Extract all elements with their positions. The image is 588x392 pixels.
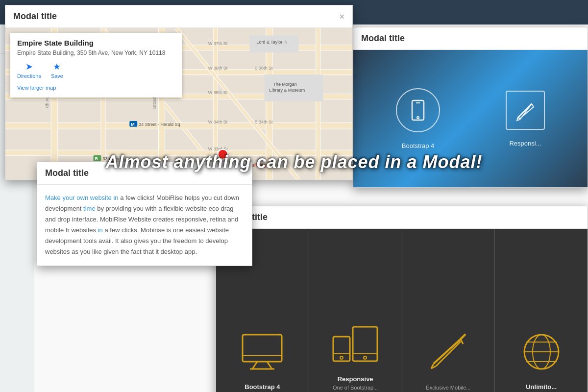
svg-text:M: M: [131, 122, 134, 127]
svg-text:The Morgan: The Morgan: [273, 82, 296, 87]
phone-svg: [406, 98, 430, 122]
svg-text:B: B: [95, 156, 98, 161]
pencil-svg: [513, 98, 538, 122]
svg-rect-63: [333, 337, 350, 361]
modal-icons: Modal title Bootstrap 4: [216, 206, 588, 392]
icon-card-globe: Unlimito...: [495, 229, 588, 392]
modal-text-content: Make your own website in a few clicks! M…: [45, 193, 244, 258]
modal-icons-body: Bootstrap 4 Responsive: [216, 229, 588, 392]
svg-line-69: [461, 339, 463, 344]
map-actions: ➤ Directions ★ Save: [17, 61, 175, 79]
svg-line-56: [252, 362, 257, 369]
map-view-larger-link[interactable]: View larger map: [17, 85, 56, 91]
modal-image-label-2: Responsi...: [509, 140, 541, 147]
modal-image-title: Modal title: [361, 33, 405, 44]
map-directions-link[interactable]: ➤ Directions: [17, 61, 41, 79]
icon-card-pencil: Exclusive Mobile...: [402, 229, 495, 392]
icons-grid: Bootstrap 4 Responsive: [216, 229, 588, 392]
text-highlight-3: time: [83, 205, 96, 212]
svg-text:E 36th St: E 36th St: [255, 66, 273, 71]
pencil-square-icon: [506, 91, 545, 130]
directions-icon: ➤: [25, 61, 33, 72]
svg-text:W 36th St: W 36th St: [208, 66, 228, 71]
text-highlight-2: in: [113, 194, 118, 201]
monitor-icon: [240, 332, 284, 373]
devices-icon: [331, 324, 380, 366]
phone-circle-icon: [396, 88, 440, 132]
svg-text:W 37th St: W 37th St: [208, 41, 228, 46]
card-sublabel-3: Exclusive Mobile...: [426, 385, 470, 391]
card-label-4: Unlimito...: [526, 383, 557, 391]
svg-text:34 Street - Herald Sq: 34 Street - Herald Sq: [139, 122, 180, 127]
modal-map-close[interactable]: ×: [339, 12, 344, 21]
svg-text:Library & Museum: Library & Museum: [269, 88, 305, 93]
svg-text:W 34th St: W 34th St: [208, 120, 228, 124]
map-location-name: Empire State Building: [17, 39, 175, 47]
card-sublabel-2: One of Bootstrap...: [333, 385, 378, 391]
icon-card-devices: Responsive One of Bootstrap...: [309, 229, 402, 392]
svg-line-57: [267, 362, 272, 369]
save-icon: ★: [53, 61, 61, 72]
card-label-2: Responsive: [338, 375, 373, 383]
svg-text:W 35th St: W 35th St: [208, 90, 228, 95]
text-highlight-4: in: [98, 226, 103, 234]
hero-text: Almost anything can be placed in a Modal…: [105, 152, 482, 172]
map-address: Empire State Building, 350 5th Ave, New …: [17, 49, 175, 57]
pencil-icon: [426, 332, 470, 373]
modal-image-item-1: Bootstrap 4: [396, 88, 440, 149]
modal-image-header: Modal title: [353, 27, 588, 50]
card-label-1: Bootstrap 4: [245, 383, 280, 391]
svg-point-52: [417, 117, 419, 119]
svg-rect-55: [243, 335, 282, 362]
modal-text: Modal title Make your own website in a f…: [37, 162, 252, 266]
modal-image-label-1: Bootstrap 4: [402, 142, 435, 149]
directions-label: Directions: [17, 73, 41, 79]
svg-text:Lord & Taylor ☆: Lord & Taylor ☆: [257, 40, 288, 45]
svg-marker-54: [517, 104, 534, 121]
modal-map-header: Modal title ×: [5, 5, 352, 28]
modal-text-body: Make your own website in a few clicks! M…: [37, 185, 252, 266]
svg-line-66: [434, 339, 461, 364]
save-label: Save: [51, 73, 63, 79]
map-save-link[interactable]: ★ Save: [51, 61, 63, 79]
text-highlight-1: Make your own website: [45, 194, 112, 201]
modal-map-title: Modal title: [13, 11, 57, 22]
svg-line-72: [436, 342, 461, 366]
map-info-box: Empire State Building Empire State Build…: [10, 33, 182, 98]
modal-image-item-2: Responsi...: [506, 91, 545, 147]
modal-text-title: Modal title: [45, 168, 89, 178]
modal-icons-header: Modal title: [216, 206, 588, 229]
svg-text:E 34th St: E 34th St: [255, 120, 273, 124]
globe-icon: [519, 332, 564, 373]
svg-point-61: [364, 356, 367, 359]
